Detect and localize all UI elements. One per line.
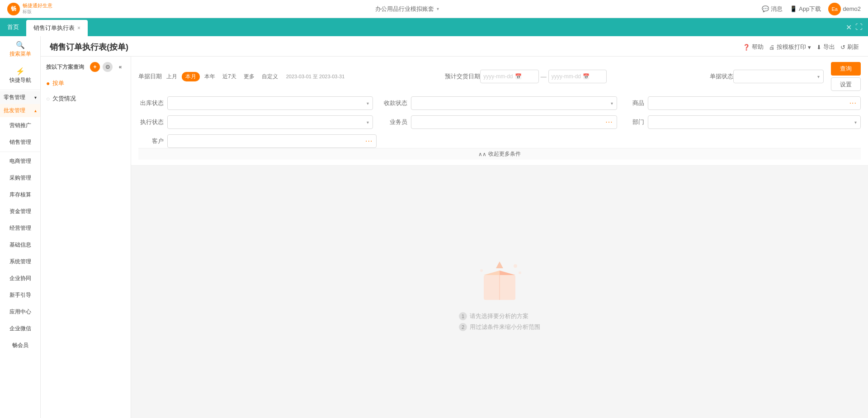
collapse-up-icon: ∧∧: [478, 151, 486, 157]
goods-group: 商品 ···: [626, 96, 861, 110]
status-control[interactable]: ▾: [733, 70, 824, 83]
tab-bar: 首页 销售订单执行表 × ✕ ⛶: [0, 18, 868, 36]
customer-control[interactable]: ···: [167, 134, 377, 148]
window-expand-icon[interactable]: ⛶: [855, 23, 863, 31]
search-icon: 🔍: [16, 41, 25, 49]
tab-bar-right: ✕ ⛶: [846, 23, 868, 32]
sidebar-item-retail[interactable]: 零售管理 ▾: [0, 91, 40, 104]
page-title: 销售订单执行表(按单): [50, 42, 128, 52]
salesperson-control[interactable]: ···: [411, 115, 617, 129]
print-btn[interactable]: 🖨 按模板打印 ▾: [769, 43, 811, 51]
date-btn-last-month[interactable]: 上月: [164, 72, 180, 81]
collapse-more-btn[interactable]: ∧∧ 收起更多条件: [138, 148, 861, 160]
sidebar-divider-2: [0, 152, 40, 152]
export-icon: ⬇: [816, 44, 821, 51]
help-btn[interactable]: ❓ 帮助: [743, 43, 764, 51]
goods-dots-icon[interactable]: ···: [849, 99, 857, 107]
logo-icon: 畅: [7, 3, 20, 15]
hint-num-2: 2: [459, 323, 467, 331]
sidebar-item-tutorial[interactable]: 新手引导: [0, 287, 40, 304]
exec-status-control[interactable]: ▾: [167, 115, 373, 129]
left-panel-item-by-order[interactable]: ● 按单: [41, 76, 131, 91]
page-body: 按以下方案查询 + ⊙ « ● 按单 ○ 欠货情况: [41, 57, 868, 418]
print-dropdown-icon: ▾: [808, 44, 811, 51]
sidebar-item-operations[interactable]: 经营管理: [0, 220, 40, 237]
nav-dropdown-icon[interactable]: ▾: [437, 6, 439, 11]
settings-button[interactable]: 设置: [831, 77, 861, 91]
nav-title-area[interactable]: 办公用品行业模拟账套 ▾: [375, 5, 439, 13]
goods-control[interactable]: ···: [648, 96, 861, 110]
app-download-btn[interactable]: 📱 App下载: [790, 5, 821, 13]
date-btn-this-month[interactable]: 本月: [182, 72, 200, 81]
sidebar-item-wholesale[interactable]: 批发管理 ▴: [0, 104, 40, 117]
sidebar-item-collab[interactable]: 企业协同: [0, 270, 40, 287]
dept-control[interactable]: ▾: [648, 115, 861, 129]
calendar-end-icon: 📅: [583, 73, 590, 80]
sidebar-item-ecommerce[interactable]: 电商管理: [0, 153, 40, 170]
sidebar-item-finance[interactable]: 资金管理: [0, 203, 40, 220]
main-layout: 🔍 搜索菜单 ⚡ 快捷导航 零售管理 ▾ 批发管理 ▴ 营销推广 销售管理 电商…: [0, 36, 868, 418]
sidebar-item-sales[interactable]: 销售管理: [0, 134, 40, 151]
salesperson-dots-icon[interactable]: ···: [605, 118, 613, 126]
svg-point-4: [514, 264, 517, 268]
window-close-icon[interactable]: ✕: [846, 23, 852, 32]
left-panel-add-btn[interactable]: +: [90, 62, 100, 72]
exec-chevron-icon: ▾: [367, 120, 369, 125]
refresh-icon: ↺: [840, 44, 845, 51]
left-panel-actions: + ⊙ «: [90, 62, 125, 72]
filter-row-date: 单据日期 上月 本月 本年 近7天 更多 自定义 2023-03-01 至 20…: [138, 62, 861, 91]
nav-title: 办公用品行业模拟账套: [375, 5, 434, 13]
sidebar-item-purchase[interactable]: 采购管理: [0, 170, 40, 186]
date-range-text: 2023-03-01 至 2023-03-31: [286, 73, 345, 80]
expected-date-end[interactable]: yyyy-mm-dd 📅: [548, 70, 607, 83]
sidebar-item-system[interactable]: 系统管理: [0, 253, 40, 270]
salesperson-label: 业务员: [382, 118, 407, 126]
payment-status-control[interactable]: ▾: [411, 96, 617, 110]
filter-container: 单据日期 上月 本月 本年 近7天 更多 自定义 2023-03-01 至 20…: [131, 57, 868, 166]
expected-date-start[interactable]: yyyy-mm-dd 📅: [480, 70, 539, 83]
sidebar-item-basic-info[interactable]: 基础信息: [0, 237, 40, 253]
left-panel-item-shortage[interactable]: ○ 欠货情况: [41, 91, 131, 106]
payment-status-group: 收款状态 ▾: [382, 96, 617, 110]
delivery-status-label: 出库状态: [138, 99, 164, 107]
tab-home[interactable]: 首页: [0, 18, 26, 36]
delivery-status-control[interactable]: ▾: [167, 96, 373, 110]
sidebar-item-wechat[interactable]: 企业微信: [0, 320, 40, 337]
customer-dots-icon[interactable]: ···: [365, 137, 373, 145]
date-btn-this-year[interactable]: 本年: [202, 72, 218, 81]
date-quick-select: 上月 本月 本年 近7天 更多 自定义: [164, 72, 281, 81]
tab-close-icon[interactable]: ×: [77, 25, 80, 31]
left-panel-collapse-btn[interactable]: «: [115, 62, 125, 72]
left-panel-copy-btn[interactable]: ⊙: [103, 62, 113, 72]
date-btn-more[interactable]: 更多: [241, 72, 257, 81]
svg-point-6: [480, 269, 483, 272]
sidebar-item-quick-nav[interactable]: ⚡ 快捷导航: [0, 62, 40, 89]
page-header: 销售订单执行表(按单) ❓ 帮助 🖨 按模板打印 ▾ ⬇ 导出 ↺ 刷新: [41, 36, 868, 57]
date-btn-custom[interactable]: 自定义: [259, 72, 281, 81]
sidebar-item-member[interactable]: 畅会员: [0, 337, 40, 354]
date-btn-7days[interactable]: 近7天: [220, 72, 239, 81]
query-button[interactable]: 查询: [831, 62, 861, 76]
refresh-btn[interactable]: ↺ 刷新: [840, 43, 859, 51]
wholesale-arrow-icon: ▴: [34, 108, 37, 113]
payment-status-label: 收款状态: [382, 99, 407, 107]
messages-btn[interactable]: 💬 消息: [762, 5, 783, 13]
export-btn[interactable]: ⬇ 导出: [816, 43, 835, 51]
empty-hint-1: 1 请先选择要分析的方案: [459, 312, 528, 320]
sidebar-item-marketing[interactable]: 营销推广: [0, 117, 40, 134]
hint-num-1: 1: [459, 312, 467, 320]
dept-label: 部门: [626, 118, 644, 126]
sidebar-item-inventory[interactable]: 库存核算: [0, 186, 40, 203]
quick-nav-icon: ⚡: [16, 67, 25, 76]
svg-marker-1: [484, 271, 500, 275]
salesperson-group: 业务员 ···: [382, 115, 617, 129]
sidebar-item-app-center[interactable]: 应用中心: [0, 304, 40, 320]
user-menu[interactable]: Ea demo2: [828, 3, 861, 15]
top-bar-left: 畅 畅捷通好生意 标版: [7, 3, 52, 15]
filter-row-exec: 执行状态 ▾ 业务员 ···: [138, 115, 861, 129]
sidebar-item-search[interactable]: 🔍 搜索菜单: [0, 36, 40, 62]
content-area: 销售订单执行表(按单) ❓ 帮助 🖨 按模板打印 ▾ ⬇ 导出 ↺ 刷新: [41, 36, 868, 418]
tab-active[interactable]: 销售订单执行表 ×: [26, 20, 88, 36]
filter-row-delivery: 出库状态 ▾ 收款状态 ▾: [138, 96, 861, 110]
left-panel-header: 按以下方案查询 + ⊙ «: [41, 58, 131, 76]
